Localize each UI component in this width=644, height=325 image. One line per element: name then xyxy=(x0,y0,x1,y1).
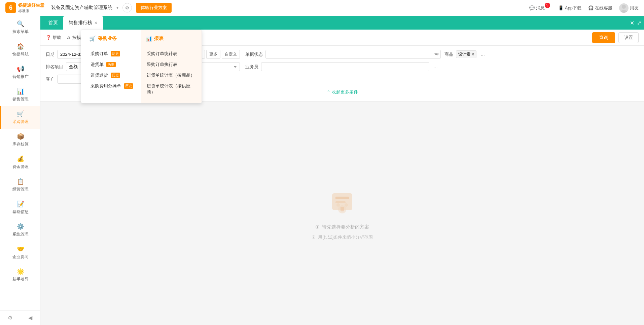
sidebar-item-search[interactable]: 🔍 搜索菜单 xyxy=(0,16,40,39)
sidebar: 🔍 搜索菜单 🏠 快捷导航 📢 营销推广 📊 销售管理 🛒 采购管理 📦 库存核… xyxy=(0,16,40,325)
svg-rect-6 xyxy=(341,207,344,211)
avatar xyxy=(619,3,629,13)
purchase-section-title: 🛒 采购业务 xyxy=(89,35,139,44)
goods-tag-close-icon[interactable]: × xyxy=(472,52,474,57)
system-title: 装备及固定资产辅助管理系统 xyxy=(51,5,112,11)
history-badge-2: 历史 xyxy=(106,62,116,67)
menu-item-inbound-stat-supplier-label: 进货单统计表（按供应商） xyxy=(147,83,196,95)
menu-item-inbound-stat-supplier[interactable]: 进货单统计表（按供应商） xyxy=(145,81,198,97)
sidebar-item-purchase[interactable]: 🛒 采购管理 xyxy=(0,106,40,129)
phone-icon: 📱 xyxy=(558,5,564,10)
menu-item-purchase-order-stat[interactable]: 采购订单统计表 xyxy=(145,48,198,59)
logo-text: 畅捷通好生意 标准版 xyxy=(18,2,44,14)
sidebar-item-guide[interactable]: 🌟 新手引导 xyxy=(0,264,40,286)
history-badge-3: 历史 xyxy=(111,73,120,78)
history-badge-1: 历史 xyxy=(111,51,120,56)
doc-status-select[interactable] xyxy=(265,50,441,59)
svg-point-1 xyxy=(620,10,627,13)
top-bar: 6 畅捷通好生意 标准版 装备及固定资产辅助管理系统 ▾ ⚙ 体验行业方案 💬 … xyxy=(0,0,644,16)
sidebar-collapse-btn[interactable]: ◀ xyxy=(27,313,34,322)
print-icon: 🖨 xyxy=(67,35,71,40)
svg-point-7 xyxy=(336,203,340,207)
query-button[interactable]: 查询 xyxy=(592,32,615,43)
tab-sales-rank[interactable]: 销售排行榜 ✕ xyxy=(63,16,103,30)
date-quick-custom[interactable]: 自定义 xyxy=(222,50,240,59)
menu-item-inbound[interactable]: 进货单 历史 xyxy=(89,59,139,70)
logo-icon: 6 xyxy=(5,2,16,13)
help-btn[interactable]: ❓ 帮助 xyxy=(46,35,61,41)
filter-goods: 商品 设计素 × … xyxy=(444,50,639,58)
guide-icon: 🌟 xyxy=(17,268,24,275)
sidebar-label-inventory: 库存核算 xyxy=(12,141,29,147)
purchase-section-icon: 🛒 xyxy=(89,35,96,42)
logo-area: 6 畅捷通好生意 标准版 xyxy=(5,2,44,14)
filter-salesperson: 业务员 … xyxy=(245,62,439,71)
menu-item-inbound-return[interactable]: 进货退货 历史 xyxy=(89,70,139,81)
tab-home[interactable]: 首页 xyxy=(43,16,63,30)
sidebar-label-marketing: 营销推广 xyxy=(12,74,29,80)
menu-item-purchase-order-stat-label: 采购订单统计表 xyxy=(147,51,177,57)
menu-item-inbound-stat-goods[interactable]: 进货单统计表（按商品） xyxy=(145,70,198,81)
empty-hint-1: ① 请先选择要分析的方案 xyxy=(315,224,369,230)
marketing-icon: 📢 xyxy=(17,65,24,73)
message-item[interactable]: 💬 消息 9 xyxy=(529,5,551,11)
tab-close-btn[interactable]: ✕ xyxy=(630,20,634,26)
svg-rect-3 xyxy=(335,197,349,199)
app-download-item[interactable]: 📱 App下载 xyxy=(558,5,581,11)
top-bar-right: 💬 消息 9 📱 App下载 🎧 在线客服 用友 xyxy=(529,3,639,13)
empty-illustration xyxy=(322,187,362,220)
sidebar-item-system[interactable]: ⚙️ 系统管理 xyxy=(0,219,40,241)
sidebar-item-sales[interactable]: 📊 销售管理 xyxy=(0,84,40,106)
salesperson-dots-btn[interactable]: … xyxy=(432,64,439,69)
date-label: 日期 xyxy=(46,51,55,57)
goods-tag[interactable]: 设计素 × xyxy=(456,50,476,58)
goods-tag-text: 设计素 xyxy=(458,51,470,57)
sidebar-item-operation[interactable]: 📋 经营管理 xyxy=(0,174,40,196)
date-quick-more[interactable]: 更多 xyxy=(206,50,220,59)
menu-item-purchase-order[interactable]: 采购订单 历史 xyxy=(89,48,139,59)
sidebar-bottom: ⚙ ◀ xyxy=(0,310,40,325)
tab-sales-rank-label: 销售排行榜 xyxy=(69,20,92,26)
report-section-title: 📊 报表 xyxy=(145,35,198,44)
sidebar-item-marketing[interactable]: 📢 营销推广 xyxy=(0,61,40,84)
menu-item-inbound-return-label: 进货退货 xyxy=(91,72,108,78)
message-icon: 💬 xyxy=(529,5,535,10)
sidebar-item-basic[interactable]: 📝 基础信息 xyxy=(0,196,40,219)
user-item[interactable]: 用友 xyxy=(619,3,639,13)
settings-button[interactable]: 设置 xyxy=(618,32,639,43)
message-label: 消息 xyxy=(536,5,545,11)
content-area: 首页 销售排行榜 ✕ ✕ ⤢ ❓ 帮助 🖨 按模板打印 ▾ ↑ xyxy=(40,16,644,325)
salesperson-label: 业务员 xyxy=(245,64,258,70)
sales-icon: 📊 xyxy=(17,88,24,95)
system-settings-icon[interactable]: ⚙ xyxy=(122,3,132,12)
sidebar-settings-btn[interactable]: ⚙ xyxy=(6,313,14,322)
edition-label: 标准版 xyxy=(18,8,44,13)
sidebar-item-cooperation[interactable]: 🤝 企业协同 xyxy=(0,241,40,264)
sidebar-item-inventory[interactable]: 📦 库存核算 xyxy=(0,129,40,151)
online-service-item[interactable]: 🎧 在线客服 xyxy=(588,5,612,11)
system-dropdown-arrow[interactable]: ▾ xyxy=(116,5,118,10)
user-name-label: 用友 xyxy=(630,5,639,11)
menu-item-purchase-expense[interactable]: 采购费用分摊单 历史 xyxy=(89,81,139,91)
menu-item-purchase-order-exec[interactable]: 采购订单执行表 xyxy=(145,59,198,70)
svg-point-8 xyxy=(345,203,348,207)
tab-bar-actions: ✕ ⤢ xyxy=(630,20,641,26)
sidebar-item-quick[interactable]: 🏠 快捷导航 xyxy=(0,39,40,61)
sidebar-label-finance: 资金管理 xyxy=(12,164,29,170)
app-download-label: App下载 xyxy=(565,5,581,11)
sidebar-item-finance[interactable]: 💰 资金管理 xyxy=(0,151,40,174)
doc-status-label: 单据状态 xyxy=(245,51,263,57)
salesperson-input[interactable] xyxy=(261,62,430,71)
sidebar-label-quick: 快捷导航 xyxy=(12,51,29,57)
tab-close-icon[interactable]: ✕ xyxy=(94,21,98,25)
empty-hint-2: ② 用[过滤]条件来缩小分析范围 xyxy=(312,234,373,240)
empty-state: ① 请先选择要分析的方案 ② 用[过滤]条件来缩小分析范围 xyxy=(40,101,644,325)
industry-btn[interactable]: 体验行业方案 xyxy=(136,3,172,13)
sidebar-label-basic: 基础信息 xyxy=(12,209,29,215)
menu-item-purchase-order-label: 采购订单 xyxy=(91,51,108,57)
tab-maximize-btn[interactable]: ⤢ xyxy=(637,20,641,26)
brand-name: 畅捷通好生意 xyxy=(18,2,44,8)
goods-dots-btn[interactable]: … xyxy=(479,52,486,57)
main-layout: 🔍 搜索菜单 🏠 快捷导航 📢 营销推广 📊 销售管理 🛒 采购管理 📦 库存核… xyxy=(0,16,644,325)
tab-bar: 首页 销售排行榜 ✕ ✕ ⤢ xyxy=(40,16,644,30)
